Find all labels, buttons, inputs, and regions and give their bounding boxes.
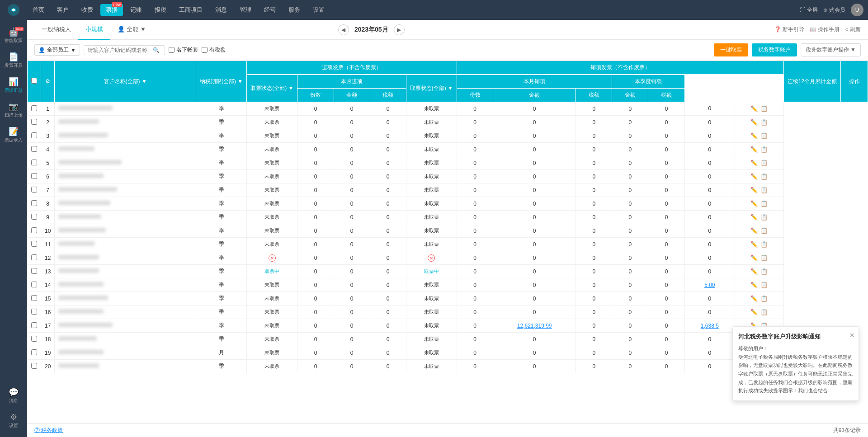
copy-icon[interactable]: 📋 (760, 146, 768, 153)
checkbox-subaccount-input[interactable] (169, 47, 175, 53)
nav-settings[interactable]: 设置 (307, 4, 330, 16)
row-checkbox[interactable] (31, 322, 37, 328)
edit-icon[interactable]: ✏️ (750, 214, 758, 221)
tax-policy-link[interactable]: ⑦ 税务政策 (34, 427, 63, 434)
copy-icon[interactable]: 📋 (760, 214, 768, 221)
copy-icon[interactable]: 📋 (760, 200, 768, 207)
copy-icon[interactable]: 📋 (760, 241, 768, 248)
edit-icon[interactable]: ✏️ (750, 160, 758, 166)
edit-icon[interactable]: ✏️ (750, 268, 758, 275)
copy-icon[interactable]: 📋 (760, 254, 768, 261)
row-checkbox[interactable] (31, 241, 37, 247)
row-checkbox[interactable] (31, 173, 37, 179)
row-checkbox[interactable] (31, 363, 37, 369)
nav-business[interactable]: 工商项目 (174, 4, 208, 16)
sidebar-item-scan[interactable]: 📷 扫描上传 (2, 99, 25, 122)
row-checkbox[interactable] (31, 160, 37, 165)
tax-digital-ops-btn[interactable]: 税务数字账户操作 ▼ (801, 43, 861, 56)
select-all-checkbox[interactable] (31, 78, 37, 84)
copy-icon[interactable]: 📋 (760, 105, 768, 112)
nav-accounting[interactable]: 记账 (125, 4, 147, 16)
copy-icon[interactable]: 📋 (760, 309, 768, 315)
edit-icon[interactable]: ✏️ (750, 295, 758, 302)
row-checkbox[interactable] (31, 282, 37, 287)
edit-icon[interactable]: ✏️ (750, 200, 758, 207)
employee-select[interactable]: 👤 全部员工 ▼ (34, 44, 80, 56)
refresh-btn[interactable]: ○ 刷新 (845, 26, 861, 33)
edit-icon[interactable]: ✏️ (750, 309, 758, 315)
member-btn[interactable]: ⊕ 购会员 (823, 6, 845, 14)
row-checkbox[interactable] (31, 254, 37, 260)
guide-btn[interactable]: ❓ 新手引导 (774, 26, 804, 33)
edit-icon[interactable]: ✏️ (750, 119, 758, 126)
sidebar-item-smart-ticket[interactable]: new 🤖 智能取票 (2, 24, 25, 47)
edit-icon[interactable]: ✏️ (750, 254, 758, 261)
row-checkbox[interactable] (31, 105, 37, 111)
prev-period-btn[interactable]: ◀ (338, 24, 349, 35)
nav-operation[interactable]: 经营 (259, 4, 281, 16)
row-checkbox[interactable] (31, 309, 37, 315)
edit-icon[interactable]: ✏️ (750, 227, 758, 234)
nav-client[interactable]: 客户 (52, 4, 74, 16)
row-checkbox[interactable] (31, 200, 37, 206)
row-checkbox[interactable] (31, 119, 37, 125)
cumulative-link[interactable]: 1,638.5 (701, 323, 719, 329)
tab-all[interactable]: 👤 全能 ▼ (110, 20, 153, 40)
nav-tax[interactable]: 报税 (149, 4, 172, 16)
notif-close-btn[interactable]: ✕ (849, 330, 855, 340)
row-checkbox[interactable] (31, 146, 37, 152)
checkbox-taxdisk[interactable]: 有税盘 (202, 46, 226, 54)
amount-link[interactable]: 12,621,319.99 (517, 323, 552, 329)
copy-icon[interactable]: 📋 (760, 227, 768, 234)
outbound-amount: 0 (493, 129, 576, 143)
checkbox-subaccount[interactable]: 名下帐套 (169, 46, 198, 54)
checkbox-taxdisk-input[interactable] (202, 47, 208, 53)
search-input[interactable] (88, 47, 151, 53)
edit-icon[interactable]: ✏️ (750, 282, 758, 288)
inbound-status: 未取票 (247, 305, 297, 319)
next-period-btn[interactable]: ▶ (394, 24, 405, 35)
avatar[interactable]: U (851, 4, 863, 16)
copy-icon[interactable]: 📋 (760, 295, 768, 302)
tab-general[interactable]: 一般纳税人 (34, 20, 78, 40)
inbound-tax: 0 (370, 102, 406, 116)
edit-icon[interactable]: ✏️ (750, 241, 758, 248)
edit-icon[interactable]: ✏️ (750, 173, 758, 180)
copy-icon[interactable]: 📋 (760, 132, 768, 139)
sidebar-item-entry[interactable]: 📝 票据录入 (2, 124, 25, 147)
edit-icon[interactable]: ✏️ (750, 132, 758, 139)
row-checkbox[interactable] (31, 349, 37, 355)
nav-message[interactable]: 消息 (210, 4, 232, 16)
nav-home[interactable]: 首页 (27, 4, 50, 16)
row-checkbox[interactable] (31, 336, 37, 342)
manual-btn[interactable]: 📖 操作手册 (810, 26, 840, 33)
row-checkbox[interactable] (31, 227, 37, 233)
tab-small[interactable]: 小规模 (78, 20, 110, 40)
one-click-btn[interactable]: 一键取票 (714, 43, 748, 56)
row-checkbox[interactable] (31, 268, 37, 274)
sidebar-item-msg[interactable]: 💬 消息 (2, 385, 25, 408)
copy-icon[interactable]: 📋 (760, 173, 768, 180)
edit-icon[interactable]: ✏️ (750, 146, 758, 153)
cumulative-link[interactable]: 5.00 (704, 282, 715, 288)
sidebar-item-config[interactable]: ⚙ 设置 (2, 409, 25, 432)
edit-icon[interactable]: ✏️ (750, 105, 758, 112)
row-checkbox[interactable] (31, 187, 37, 193)
nav-service[interactable]: 服务 (283, 4, 306, 16)
copy-icon[interactable]: 📋 (760, 268, 768, 275)
nav-fee[interactable]: 收费 (76, 4, 99, 16)
row-checkbox[interactable] (31, 295, 37, 301)
copy-icon[interactable]: 📋 (760, 119, 768, 126)
edit-icon[interactable]: ✏️ (750, 187, 758, 193)
nav-manage[interactable]: 管理 (234, 4, 257, 16)
copy-icon[interactable]: 📋 (760, 160, 768, 166)
copy-icon[interactable]: 📋 (760, 187, 768, 193)
copy-icon[interactable]: 📋 (760, 282, 768, 288)
row-checkbox[interactable] (31, 214, 37, 220)
nav-invoice[interactable]: 票据 new (100, 4, 123, 16)
row-checkbox[interactable] (31, 132, 37, 138)
sidebar-item-summary[interactable]: 📊 票据汇总 (2, 74, 25, 97)
tax-digital-btn[interactable]: 税务数字账户 (752, 43, 797, 56)
sidebar-item-invoice-open[interactable]: 📄 发票开具 (2, 49, 25, 72)
fullscreen-btn[interactable]: ⛶ 全屏 (800, 6, 817, 14)
